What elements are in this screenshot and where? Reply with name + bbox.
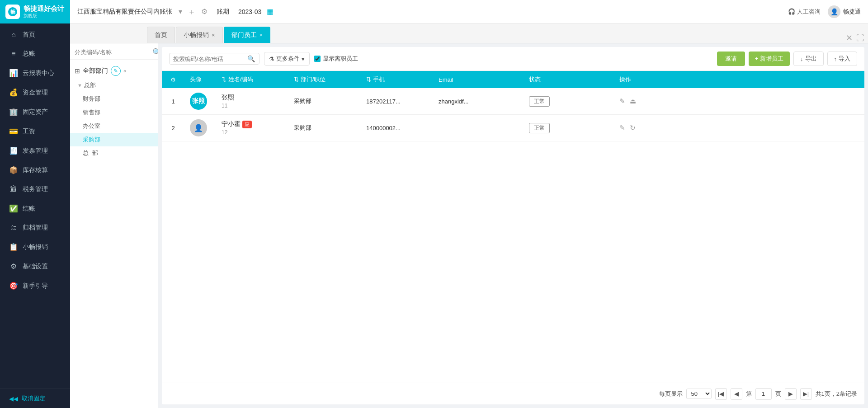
user-menu[interactable]: 👤 畅捷通	[828, 5, 861, 18]
first-page-button[interactable]: |◀	[715, 388, 727, 400]
sidebar-item-guide[interactable]: 🎯 新手引导	[0, 276, 70, 295]
col-settings[interactable]: ⚙	[162, 71, 184, 88]
prev-page-button[interactable]: ◀	[731, 388, 742, 400]
sidebar-item-label: 归档管理	[23, 224, 48, 232]
sidebar-item-tax[interactable]: 🏛 税务管理	[0, 180, 70, 199]
dept-item-finance[interactable]: 财务部	[70, 92, 158, 106]
dept-root-item[interactable]: ⊞ 全部部门 ✎ «	[70, 63, 158, 79]
dept-item-hq[interactable]: ▼ 总部	[70, 79, 158, 92]
sidebar-item-inventory[interactable]: 📦 库存核算	[0, 160, 70, 180]
filter-chevron-icon: ▾	[302, 56, 305, 62]
sidebar-item-label: 基础设置	[23, 263, 48, 271]
dept-search-icon[interactable]: 🔍	[152, 48, 158, 56]
dept-panel: 🔍 ⊞ 全部部门 ✎ « ▼ 总部 财务部	[70, 43, 158, 408]
col-dept[interactable]: ⇅ 部门/职位	[288, 71, 361, 88]
support-button[interactable]: 🎧 人工咨询	[788, 8, 821, 16]
row2-name-block: 宁小霍 应 12	[222, 120, 283, 136]
archive-icon: 🗂	[9, 224, 18, 232]
col-name[interactable]: ⇅ 姓名/编码	[216, 71, 288, 88]
dept-item-general[interactable]: 总 部	[70, 146, 158, 160]
page-number-input[interactable]	[755, 388, 772, 400]
maximize-window-icon[interactable]: ⛶	[856, 33, 864, 43]
table-settings-icon[interactable]: ⚙	[170, 76, 176, 83]
sort-icon: ⇅	[222, 76, 226, 83]
app-subtitle: 旗舰版	[24, 13, 64, 19]
next-page-button[interactable]: ▶	[785, 388, 797, 400]
col-status-label: 状态	[529, 76, 541, 83]
dept-search-area: 🔍	[70, 43, 158, 60]
sidebar-item-label: 首页	[23, 31, 35, 39]
dept-item-purchase[interactable]: 采购部	[70, 133, 158, 146]
tab-dept-employee[interactable]: 部门员工 ×	[224, 27, 271, 43]
sidebar-item-label: 小畅报销	[23, 243, 48, 251]
sidebar-item-fund-mgmt[interactable]: 💰 资金管理	[0, 83, 70, 102]
sidebar-item-archive[interactable]: 🗂 归档管理	[0, 218, 70, 237]
sidebar-item-invoice[interactable]: 🧾 发票管理	[0, 141, 70, 160]
dept-search-input[interactable]	[75, 49, 151, 56]
company-settings-icon[interactable]: ⚙	[201, 7, 208, 16]
finance-label: 财务部	[83, 95, 100, 102]
row2-status-cell: 正常	[524, 115, 614, 141]
dept-item-office[interactable]: 办公室	[70, 119, 158, 133]
more-filter-button[interactable]: ⚗ 更多条件 ▾	[264, 52, 310, 66]
logout-icon[interactable]: ⏏	[630, 97, 636, 105]
dept-edit-icon[interactable]: ✎	[111, 66, 121, 76]
sidebar-item-settle[interactable]: ✅ 结账	[0, 199, 70, 218]
sort-icon: ⇅	[294, 76, 299, 83]
col-avatar-label: 头像	[190, 76, 202, 83]
unpin-label: 取消固定	[22, 394, 45, 403]
sidebar-item-home[interactable]: ⌂ 首页	[0, 25, 70, 44]
refresh-icon[interactable]: ↻	[630, 124, 636, 132]
sidebar-item-fixed-assets[interactable]: 🏢 固定资产	[0, 102, 70, 122]
row1-name: 张熙	[222, 94, 283, 102]
calendar-icon[interactable]: ▦	[267, 7, 274, 16]
sidebar-item-ledger[interactable]: ≡ 总账	[0, 44, 70, 63]
office-label: 办公室	[83, 122, 100, 129]
topbar: 江西服宝精品有限责任公司内账张 ▾ ＋ ⚙ 账期 2023-03 ▦ 🎧 人工咨…	[70, 0, 868, 23]
row2-code: 12	[222, 129, 283, 136]
dept-item-sales[interactable]: 销售部	[70, 106, 158, 119]
fund-icon: 💰	[9, 88, 18, 97]
employee-search-icon[interactable]: 🔍	[247, 55, 255, 62]
sidebar-item-settings[interactable]: ⚙ 基础设置	[0, 257, 70, 276]
last-page-button[interactable]: ▶|	[800, 388, 812, 400]
sidebar-item-cloud-reports[interactable]: 📊 云报表中心	[0, 63, 70, 83]
general-label: 总 部	[83, 150, 99, 156]
sidebar-item-salary[interactable]: 💳 工资	[0, 122, 70, 141]
close-window-icon[interactable]: ✕	[846, 33, 853, 43]
col-dept-label: 部门/职位	[301, 76, 326, 83]
dept-header-btns: ✎	[111, 66, 121, 76]
import-label: 导入	[839, 55, 850, 63]
inventory-icon: 📦	[9, 166, 18, 174]
dept-root-label: 全部部门	[83, 67, 108, 75]
filter-label: 更多条件	[276, 55, 300, 63]
add-employee-button[interactable]: + 新增员工	[749, 52, 790, 66]
edit-icon[interactable]: ✎	[619, 97, 625, 105]
sidebar-item-expense[interactable]: 📋 小畅报销	[0, 237, 70, 257]
tab-home[interactable]: 首页	[147, 27, 175, 43]
row2-avatar-cell: 👤	[184, 115, 216, 141]
show-resigned-input[interactable]	[314, 56, 321, 62]
tab-expense-close[interactable]: ×	[212, 32, 215, 38]
company-name: 江西服宝精品有限责任公司内账张	[77, 8, 172, 16]
per-page-label: 每页显示	[659, 390, 683, 398]
per-page-select[interactable]: 50 20 100	[686, 389, 712, 399]
dept-collapse-icon[interactable]: «	[123, 68, 127, 74]
import-button[interactable]: ↑ 导入	[827, 52, 858, 66]
edit-icon[interactable]: ✎	[619, 124, 625, 132]
row1-email: zhangxidf...	[433, 88, 524, 115]
col-mobile[interactable]: ⇅ 手机	[361, 71, 433, 88]
invite-button[interactable]: 邀请	[717, 52, 745, 66]
add-company-button[interactable]: ＋	[188, 6, 196, 17]
employee-search-input[interactable]	[173, 56, 245, 62]
filter-icon: ⚗	[269, 56, 274, 62]
tab-expense[interactable]: 小畅报销 ×	[176, 27, 223, 43]
company-dropdown-icon[interactable]: ▾	[179, 7, 182, 16]
avatar: 张照	[190, 93, 207, 110]
unpin-button[interactable]: ◀◀ 取消固定	[0, 389, 70, 408]
export-button[interactable]: ↓ 导出	[793, 52, 824, 66]
show-resigned-checkbox[interactable]: 显示离职员工	[314, 55, 358, 63]
tab-dept-employee-close[interactable]: ×	[259, 32, 263, 38]
row1-status-cell: 正常	[524, 88, 614, 115]
table-header: ⚙ 头像 ⇅ 姓名/编码 ⇅ 部门/职位	[162, 71, 864, 88]
